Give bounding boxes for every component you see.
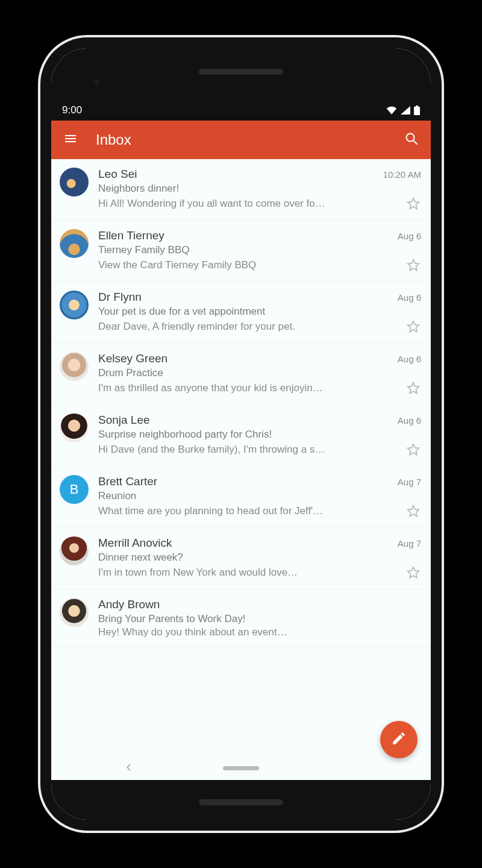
preview: I'm in town from New York and would love…	[98, 567, 401, 579]
screen: 9:00 Inbox	[51, 100, 431, 780]
star-icon	[405, 511, 421, 521]
avatar[interactable]	[60, 168, 89, 197]
email-row[interactable]: Dr FlynnAug 6Your pet is due for a vet a…	[51, 282, 431, 344]
star-icon	[405, 572, 421, 582]
sender: Ellen Tierney	[98, 229, 164, 242]
star-icon	[405, 326, 421, 336]
subject: Bring Your Parents to Work Day!	[98, 613, 421, 625]
subject: Reunion	[98, 490, 421, 502]
search-icon	[404, 131, 419, 148]
email-body: Kelsey GreenAug 6Drum PracticeI'm as thr…	[98, 352, 421, 396]
star-button[interactable]	[405, 380, 421, 396]
star-icon	[405, 388, 421, 398]
avatar[interactable]	[60, 291, 89, 319]
subject: Neighbors dinner!	[98, 183, 421, 195]
phone-camera	[93, 80, 99, 86]
star-button[interactable]	[405, 319, 421, 335]
preview: Hey! Whay do you think about an event…	[98, 626, 421, 638]
battery-icon	[414, 105, 420, 115]
phone-speaker	[199, 69, 283, 75]
subject: Surprise neighborhood party for Chris!	[98, 429, 421, 441]
svg-rect-1	[416, 105, 418, 107]
home-pill[interactable]	[223, 766, 259, 770]
avatar[interactable]	[60, 414, 89, 442]
star-button[interactable]	[405, 442, 421, 458]
star-icon	[405, 203, 421, 213]
svg-rect-0	[414, 107, 420, 115]
pencil-icon	[391, 731, 407, 749]
timestamp: Aug 7	[398, 538, 421, 549]
phone-frame: 9:00 Inbox	[51, 48, 431, 820]
email-row[interactable]: Kelsey GreenAug 6Drum PracticeI'm as thr…	[51, 344, 431, 405]
hamburger-icon	[63, 131, 78, 148]
page-title: Inbox	[96, 131, 386, 148]
timestamp: Aug 6	[398, 354, 421, 364]
search-button[interactable]	[401, 129, 422, 151]
preview: Hi All! Wondering if you all want to com…	[98, 198, 401, 210]
wifi-icon	[386, 106, 397, 115]
preview: I'm as thrilled as anyone that your kid …	[98, 382, 401, 394]
status-time: 9:00	[62, 104, 82, 116]
email-row[interactable]: Ellen TierneyAug 6Tierney Family BBQView…	[51, 221, 431, 282]
email-row[interactable]: BBrett CarterAug 7ReunionWhat time are y…	[51, 467, 431, 528]
email-row[interactable]: Leo Sei10:20 AMNeighbors dinner!Hi All! …	[51, 159, 431, 221]
timestamp: Aug 7	[398, 477, 421, 487]
preview: What time are you planning to head out f…	[98, 505, 401, 517]
preview: Hi Dave (and the Burke family), I'm thro…	[98, 444, 401, 456]
email-body: Merrill AnovickAug 7Dinner next week?I'm…	[98, 536, 421, 580]
subject: Drum Practice	[98, 367, 421, 379]
email-list[interactable]: Leo Sei10:20 AMNeighbors dinner!Hi All! …	[51, 159, 431, 756]
sender: Dr Flynn	[98, 291, 142, 304]
email-body: Ellen TierneyAug 6Tierney Family BBQView…	[98, 229, 421, 273]
subject: Dinner next week?	[98, 552, 421, 564]
sender: Andy Brown	[98, 598, 160, 611]
app-bar: Inbox	[51, 121, 431, 159]
avatar[interactable]	[60, 536, 89, 565]
phone-bezel-top	[51, 48, 431, 100]
subject: Tierney Family BBQ	[98, 244, 421, 256]
email-body: Leo Sei10:20 AMNeighbors dinner!Hi All! …	[98, 168, 421, 212]
preview: Dear Dave, A friendly reminder for your …	[98, 321, 401, 333]
status-bar: 9:00	[51, 100, 431, 121]
star-button[interactable]	[405, 196, 421, 212]
timestamp: Aug 6	[398, 231, 421, 241]
star-icon	[405, 265, 421, 275]
avatar[interactable]	[60, 598, 89, 627]
compose-fab[interactable]	[380, 721, 418, 758]
avatar[interactable]: B	[60, 475, 89, 504]
back-icon[interactable]	[124, 762, 134, 775]
avatar[interactable]	[60, 229, 89, 258]
email-row[interactable]: Merrill AnovickAug 7Dinner next week?I'm…	[51, 528, 431, 590]
avatar[interactable]	[60, 352, 89, 381]
email-body: Andy BrownBring Your Parents to Work Day…	[98, 598, 421, 638]
sender: Leo Sei	[98, 168, 137, 181]
sender: Brett Carter	[98, 475, 157, 488]
android-nav-bar	[51, 756, 431, 780]
sender: Sonja Lee	[98, 414, 150, 427]
subject: Your pet is due for a vet appointment	[98, 306, 421, 318]
email-row[interactable]: Andy BrownBring Your Parents to Work Day…	[51, 590, 431, 647]
email-body: Brett CarterAug 7ReunionWhat time are yo…	[98, 475, 421, 519]
phone-bezel-bottom	[51, 780, 431, 820]
email-body: Sonja LeeAug 6Surprise neighborhood part…	[98, 414, 421, 458]
email-body: Dr FlynnAug 6Your pet is due for a vet a…	[98, 291, 421, 335]
phone-speaker-bottom	[199, 799, 283, 805]
timestamp: Aug 6	[398, 292, 421, 303]
star-button[interactable]	[405, 257, 421, 273]
menu-button[interactable]	[60, 129, 81, 151]
sender: Kelsey Green	[98, 352, 167, 365]
status-icons	[386, 105, 420, 115]
sender: Merrill Anovick	[98, 536, 172, 550]
svg-line-3	[413, 140, 417, 144]
star-button[interactable]	[405, 503, 421, 519]
email-row[interactable]: Sonja LeeAug 6Surprise neighborhood part…	[51, 405, 431, 467]
star-icon	[405, 449, 421, 459]
cell-signal-icon	[401, 106, 410, 115]
timestamp: 10:20 AM	[383, 169, 421, 180]
preview: View the Card Tierney Family BBQ	[98, 259, 401, 271]
star-button[interactable]	[405, 565, 421, 580]
timestamp: Aug 6	[398, 415, 421, 426]
